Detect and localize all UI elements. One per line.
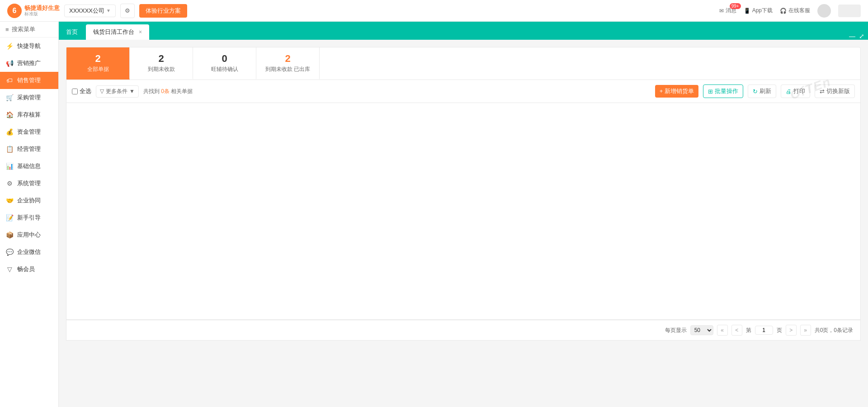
- first-page-button[interactable]: «: [717, 325, 728, 336]
- sidebar-item-wechat[interactable]: 💬 企业微信: [0, 243, 58, 261]
- company-selector[interactable]: XXXXXX公司 ▼: [64, 5, 116, 17]
- sidebar-item-cooperation[interactable]: 🤝 企业协同: [0, 192, 58, 209]
- avatar[interactable]: [817, 4, 831, 18]
- search-menu[interactable]: ≡ 搜索菜单: [0, 22, 58, 37]
- sidebar-item-marketing[interactable]: 📢 营销推广: [0, 55, 58, 72]
- print-button[interactable]: 🖨 打印: [781, 84, 810, 98]
- total-info: 共0页，0条记录: [815, 327, 853, 334]
- sidebar-item-finance[interactable]: 💰 资金管理: [0, 123, 58, 140]
- page-input[interactable]: [755, 326, 773, 335]
- stat-tab-all[interactable]: 2 全部单据: [66, 47, 130, 80]
- service-icon: 🎧: [780, 8, 787, 14]
- sidebar-item-purchase[interactable]: 🛒 采购管理: [0, 89, 58, 106]
- batch-label: 批量操作: [715, 87, 738, 95]
- crown-icon: ▽: [5, 265, 14, 273]
- table-area: [66, 103, 861, 320]
- stat-label-outstock: 到期未收款 已出库: [264, 65, 312, 73]
- stat-count-wangwang: 0: [200, 53, 249, 65]
- sidebar-label-inventory: 库存核算: [17, 111, 41, 119]
- sidebar: ≡ 搜索菜单 ⚡ 快捷导航 📢 营销推广 🏷 销售管理 🛒 采购管理 🏠 库存核…: [0, 0, 59, 407]
- online-service-button[interactable]: 🎧 在线客服: [780, 7, 810, 14]
- switch-version-button[interactable]: ⇄ 切换新版: [815, 84, 855, 98]
- switch-label: 切换新版: [826, 87, 850, 95]
- sidebar-item-quick-nav[interactable]: ⚡ 快捷导航: [0, 37, 58, 55]
- logo-icon: 6: [7, 4, 22, 18]
- tab-cashflow[interactable]: 钱货日清工作台 ×: [86, 24, 149, 40]
- stats-tabs: 2 全部单据 2 到期未收款 0 旺辅待确认 2 到期未收款 已出库: [66, 47, 861, 80]
- filter-button[interactable]: ▽ 更多条件 ▼: [96, 85, 139, 98]
- stat-label-wangwang: 旺辅待确认: [200, 65, 249, 73]
- message-badge: 99+: [730, 3, 741, 9]
- batch-operation-button[interactable]: ⊞ 批量操作: [703, 84, 743, 98]
- sidebar-label-finance: 资金管理: [17, 128, 41, 136]
- tab-bar: 首页 钱货日清工作台 × — ⤢: [59, 22, 868, 40]
- phone-icon: 📱: [744, 8, 750, 14]
- refresh-label: 刷新: [760, 87, 771, 95]
- settings-button[interactable]: ⚙: [120, 4, 135, 18]
- search-icon: ≡: [5, 26, 9, 33]
- gear-icon: ⚙: [125, 7, 130, 14]
- refresh-icon: ↻: [753, 88, 758, 95]
- sidebar-label-app-center: 应用中心: [17, 231, 41, 239]
- filter-dropdown-icon: ▼: [129, 88, 135, 94]
- stat-tab-wangwang[interactable]: 0 旺辅待确认: [193, 47, 256, 80]
- cart-icon: 🛒: [5, 94, 14, 102]
- sidebar-label-marketing: 营销推广: [17, 59, 41, 67]
- select-all-checkbox[interactable]: 全选: [72, 87, 91, 95]
- chart-icon: 📊: [5, 162, 14, 170]
- sidebar-item-operation[interactable]: 📋 经营管理: [0, 140, 58, 158]
- trial-button[interactable]: 体验行业方案: [139, 4, 187, 18]
- sidebar-item-app-center[interactable]: 📦 应用中心: [0, 226, 58, 243]
- logo-text: 畅捷通好生意 标准版: [24, 5, 60, 17]
- prev-page-button[interactable]: <: [731, 325, 742, 336]
- message-button[interactable]: ✉ 消息 99+: [719, 7, 736, 14]
- refresh-button[interactable]: ↻ 刷新: [748, 84, 776, 98]
- stat-tab-outstock[interactable]: 2 到期未收款 已出库: [256, 47, 320, 80]
- maximize-icon[interactable]: ⤢: [859, 33, 864, 40]
- clipboard-icon: 📋: [5, 145, 14, 153]
- sidebar-item-sales[interactable]: 🏷 销售管理: [0, 72, 58, 89]
- last-page-button[interactable]: »: [800, 325, 811, 336]
- stat-label-overdue: 到期未收款: [137, 65, 185, 73]
- batch-icon: ⊞: [708, 88, 713, 95]
- minimize-icon[interactable]: —: [849, 33, 855, 40]
- print-label: 打印: [793, 87, 805, 95]
- sidebar-label-guide: 新手引导: [17, 214, 41, 222]
- sidebar-item-basic-info[interactable]: 📊 基础信息: [0, 158, 58, 175]
- stat-tab-overdue[interactable]: 2 到期未收款: [130, 47, 193, 80]
- add-order-button[interactable]: + 新增销货单: [655, 85, 698, 98]
- toolbar-left: 全选 ▽ 更多条件 ▼ 共找到 0条 相关单据: [72, 85, 650, 98]
- toolbar: 全选 ▽ 更多条件 ▼ 共找到 0条 相关单据 + 新增销货单 ⊞ 批量操作 ↻…: [66, 80, 861, 103]
- handshake-icon: 🤝: [5, 196, 14, 205]
- tab-home-label: 首页: [66, 28, 78, 36]
- tab-close-icon[interactable]: ×: [139, 29, 142, 35]
- logo-area: 6 畅捷通好生意 标准版: [7, 4, 60, 18]
- message-icon: ✉: [719, 8, 724, 14]
- sidebar-label-basic-info: 基础信息: [17, 162, 41, 170]
- sidebar-item-inventory[interactable]: 🏠 库存核算: [0, 106, 58, 123]
- select-all-input[interactable]: [72, 89, 78, 94]
- found-suffix: 相关单据: [171, 88, 193, 94]
- page-prefix: 第: [746, 327, 751, 334]
- header-left: 6 畅捷通好生意 标准版 XXXXXX公司 ▼ ⚙ 体验行业方案: [7, 4, 187, 18]
- sidebar-item-member[interactable]: ▽ 畅会员: [0, 261, 58, 278]
- next-page-button[interactable]: >: [786, 325, 797, 336]
- page-suffix: 页: [777, 327, 782, 334]
- search-menu-label: 搜索菜单: [12, 25, 35, 33]
- sidebar-item-system[interactable]: ⚙ 系统管理: [0, 175, 58, 192]
- app-download-label: App下载: [752, 7, 773, 14]
- sidebar-label-sales: 销售管理: [17, 76, 41, 84]
- notebook-icon: 📝: [5, 214, 14, 222]
- money-icon: 💰: [5, 128, 14, 136]
- stat-count-outstock: 2: [264, 53, 312, 65]
- house-icon: 🏠: [5, 111, 14, 119]
- pagination: 每页显示 10 20 50 100 « < 第 页 > » 共0页，0条记录: [66, 320, 861, 341]
- gear-sidebar-icon: ⚙: [5, 179, 14, 187]
- sidebar-item-guide[interactable]: 📝 新手引导: [0, 209, 58, 226]
- megaphone-icon: 📢: [5, 59, 14, 67]
- page-size-select[interactable]: 10 20 50 100: [690, 325, 713, 335]
- filter-label: 更多条件: [106, 88, 127, 95]
- app-download-button[interactable]: 📱 App下载: [744, 7, 773, 14]
- tab-home[interactable]: 首页: [59, 24, 85, 40]
- box-icon: 📦: [5, 231, 14, 239]
